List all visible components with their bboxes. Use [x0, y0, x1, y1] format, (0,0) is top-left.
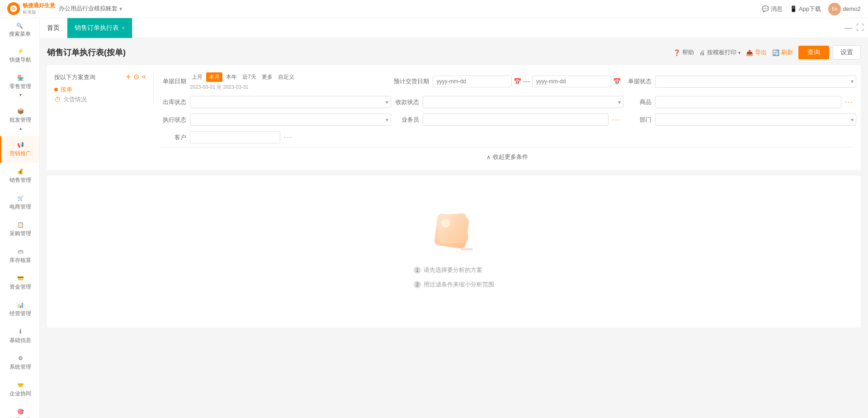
user-menu[interactable]: Ea demo2: [828, 3, 861, 15]
date-tab-this-month[interactable]: 本月: [206, 72, 222, 82]
expected-date-end[interactable]: [532, 76, 611, 87]
export-button[interactable]: 📤 导出: [746, 48, 767, 57]
filter-scheme-section: 按以下方案查询 + ⊙ « 按单 ⏱: [54, 72, 154, 104]
date-tab-this-year[interactable]: 本年: [224, 72, 239, 82]
tab-maximize-button[interactable]: ⛶: [856, 23, 864, 33]
filter-field-date: 单据日期 上月 本月 本年 近7天 更多 自定义: [161, 72, 388, 90]
sidebar-search[interactable]: 🔍 搜索菜单: [0, 18, 39, 43]
top-bar-left: 畅捷通好生意 标准版 办公用品行业模拟账套 ▾: [7, 2, 123, 15]
app-icon: 📱: [790, 5, 797, 12]
retail-arrow-icon: ▾: [19, 92, 22, 97]
salesman-input[interactable]: [423, 114, 609, 126]
goods-label: 商品: [626, 98, 651, 106]
customer-input[interactable]: [190, 131, 280, 143]
filter-field-dept: 部门 ▾: [626, 114, 854, 126]
goods-input[interactable]: [655, 96, 841, 108]
date-sep: —: [523, 77, 530, 86]
print-chevron-icon: ▾: [738, 50, 741, 55]
scheme-item-按单[interactable]: 按单: [54, 86, 146, 94]
sidebar-item-basics[interactable]: ℹ 基础信息: [0, 323, 39, 350]
breadcrumb-chevron-icon[interactable]: ▾: [119, 5, 123, 12]
sidebar: 🔍 搜索菜单 ⚡ 快捷导航 🏪 零售管理 ▾ 📦 批发管理 ▴ 📢 营销推广 💰…: [0, 18, 40, 418]
empty-illustration: [431, 212, 476, 257]
goods-ellipsis-icon[interactable]: ···: [845, 98, 854, 106]
expected-date-range: 📅 — 📅: [433, 76, 621, 87]
scheme-add-icon[interactable]: +: [126, 72, 131, 82]
logo-edition: 标准版: [23, 9, 55, 15]
dept-label: 部门: [626, 116, 651, 124]
marketing-icon: 📢: [17, 142, 24, 148]
filter-field-expected-date: 预计交货日期 📅 — 📅: [394, 72, 621, 90]
query-button[interactable]: 查询: [798, 46, 829, 59]
date-tab-more[interactable]: 更多: [260, 72, 274, 82]
status-select[interactable]: [655, 76, 856, 88]
logo-icon: [7, 2, 20, 15]
user-name: demo2: [843, 5, 861, 12]
filter-field-out-status: 出库状态 ▾: [161, 96, 388, 108]
calendar-end-icon[interactable]: 📅: [613, 78, 621, 85]
sidebar-item-marketing[interactable]: 📢 营销推广: [0, 136, 39, 163]
exec-status-label: 执行状态: [161, 116, 186, 124]
sidebar-item-wholesale[interactable]: 📦 批发管理 ▴: [0, 103, 39, 136]
top-bar: 畅捷通好生意 标准版 办公用品行业模拟账套 ▾ 💬 消息 📱 App下载 Ea …: [0, 0, 868, 18]
sidebar-item-ecommerce[interactable]: 🛒 电商管理: [0, 190, 39, 216]
dept-select[interactable]: [655, 114, 856, 126]
filter-field-receipt-status: 收款状态 ▾: [394, 96, 621, 108]
collapse-filter-button[interactable]: ∧ 收起更多条件: [161, 151, 854, 163]
calendar-start-icon[interactable]: 📅: [514, 78, 521, 85]
message-button[interactable]: 💬 消息: [762, 5, 783, 13]
filter-scheme-icons: + ⊙ «: [126, 72, 146, 82]
sidebar-item-system[interactable]: ⚙ 系统管理: [0, 350, 39, 376]
refresh-button[interactable]: 🔄 刷新: [772, 48, 793, 57]
customer-ellipsis-icon[interactable]: ···: [284, 133, 292, 142]
scheme-label-欠货情况: 欠货情况: [63, 95, 87, 104]
logo-text-area: 畅捷通好生意 标准版: [23, 2, 55, 15]
purchase-label: 采购管理: [9, 230, 31, 238]
sidebar-item-shortcut[interactable]: ⚡ 快捷导航: [0, 43, 39, 69]
app-download-button[interactable]: 📱 App下载: [790, 5, 821, 13]
export-icon: 📤: [746, 49, 753, 56]
scheme-copy-icon[interactable]: ⊙: [133, 72, 139, 82]
basics-label: 基础信息: [9, 337, 31, 344]
sidebar-item-sales[interactable]: 💰 销售管理: [0, 163, 39, 190]
sidebar-item-purchase[interactable]: 📋 采购管理: [0, 216, 39, 243]
help-label: 帮助: [682, 48, 694, 57]
exec-status-select[interactable]: [190, 114, 391, 126]
date-tab-last-month[interactable]: 上月: [190, 72, 204, 82]
help-button[interactable]: ❓ 帮助: [673, 48, 694, 57]
settings-button[interactable]: 设置: [833, 45, 861, 60]
page-header: 销售订单执行表(按单) ❓ 帮助 🖨 按模板打印 ▾ 📤 导出: [47, 45, 861, 60]
sidebar-item-enterprise[interactable]: 🤝 企业协同: [0, 376, 39, 403]
sidebar-item-operations[interactable]: 📊 经营管理: [0, 296, 39, 323]
sidebar-item-newbie[interactable]: 🎯 新手引导: [0, 403, 39, 418]
tab-sales-order[interactable]: 销售订单执行表 ×: [67, 18, 132, 38]
page-title: 销售订单执行表(按单): [47, 47, 126, 58]
message-icon: 💬: [762, 5, 769, 12]
sidebar-item-inventory[interactable]: 🗃 库存核算: [0, 243, 39, 270]
print-button[interactable]: 🖨 按模板打印 ▾: [699, 48, 741, 57]
sidebar-item-retail[interactable]: 🏪 零售管理 ▾: [0, 69, 39, 103]
out-status-select[interactable]: [190, 96, 391, 108]
inventory-label: 库存核算: [9, 256, 31, 264]
retail-icon: 🏪: [17, 75, 24, 81]
expected-date-start[interactable]: [433, 76, 512, 87]
tab-close-icon[interactable]: ×: [122, 25, 125, 31]
scheme-dot-active: [54, 88, 58, 91]
sidebar-item-finance[interactable]: 💳 资金管理: [0, 270, 39, 296]
scheme-collapse-icon[interactable]: «: [142, 72, 146, 82]
date-tab-custom[interactable]: 自定义: [276, 72, 296, 82]
empty-tips: 1 请先选择要分析的方案 2 用过滤条件来缩小分析范围: [414, 266, 494, 291]
basics-icon: ℹ: [19, 328, 22, 335]
tab-home[interactable]: 首页: [40, 18, 67, 38]
filter-panel: 按以下方案查询 + ⊙ « 按单 ⏱: [47, 65, 861, 170]
date-tab-7days[interactable]: 近7天: [241, 72, 258, 82]
app-download-label: App下载: [799, 5, 821, 13]
breadcrumb: 办公用品行业模拟账套 ▾: [59, 5, 123, 13]
salesman-ellipsis-icon[interactable]: ···: [612, 116, 621, 124]
enterprise-label: 企业协同: [9, 390, 31, 398]
avatar: Ea: [828, 3, 841, 15]
scheme-item-欠货情况[interactable]: ⏱ 欠货情况: [54, 95, 146, 104]
tip-text-1: 请先选择要分析的方案: [424, 266, 482, 274]
receipt-status-select[interactable]: [423, 96, 624, 108]
tab-minimize-button[interactable]: —: [844, 23, 853, 33]
